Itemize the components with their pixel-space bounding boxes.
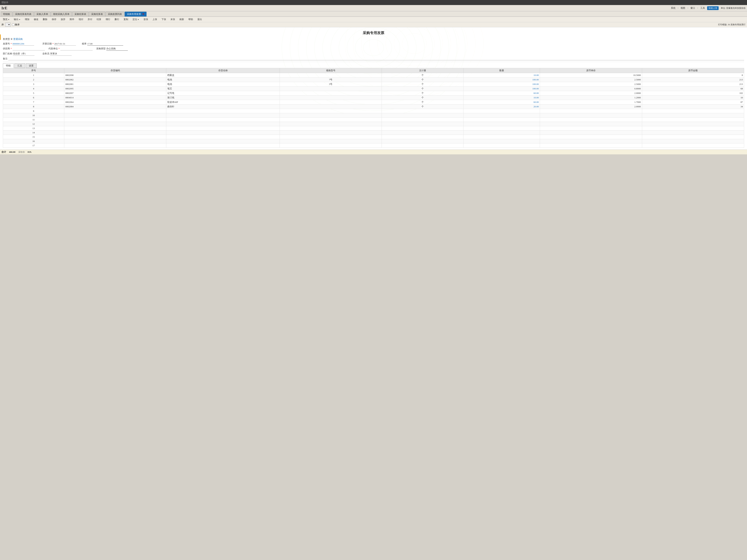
cell-name: 软皮本60P <box>166 100 280 104</box>
del-row-button[interactable]: 删行 <box>113 18 121 21</box>
help-button[interactable]: 帮助 <box>187 18 195 21</box>
cell-name: 曲别针 <box>166 104 280 109</box>
cell-code <box>64 135 166 139</box>
cell-code: 0802097 <box>64 91 166 96</box>
table-row[interactable]: 4 0802095 笔芯 个 100.00 0.8000 68 <box>3 86 744 91</box>
menu-system[interactable]: 系统 <box>671 6 675 10</box>
cell-spec <box>280 86 382 91</box>
prev-button[interactable]: 上张 <box>151 18 159 21</box>
table-row[interactable]: 7 0802064 软皮本60P 个 60.00 1.7000 87 <box>3 100 744 104</box>
edit-button[interactable]: 修改 <box>32 18 40 21</box>
table-row[interactable]: 12 <box>3 122 744 126</box>
purchase-type-value: 办公采购 <box>106 47 128 51</box>
purchase-type-group: 采购类型 办公采购 <box>96 47 132 51</box>
invoice-date-required: * <box>52 42 54 45</box>
cell-name <box>166 143 280 148</box>
table-row[interactable]: 16 <box>3 139 744 143</box>
preview-button[interactable]: 预览 <box>1 18 11 21</box>
table-row[interactable]: 11 <box>3 117 744 122</box>
cell-price <box>540 126 642 131</box>
table-row[interactable]: 17 <box>3 143 744 148</box>
table-row[interactable]: 13 <box>3 126 744 131</box>
dept-value: 综合部（停） <box>13 52 34 56</box>
sort-label: 序 <box>1 23 4 26</box>
summary-label: 合计 <box>1 151 6 154</box>
unpay-button[interactable]: 弃付 <box>86 18 94 21</box>
menu-view[interactable]: 视图 <box>680 6 685 10</box>
cell-qty: 10.00 <box>463 73 540 78</box>
remark-value[interactable] <box>8 57 744 60</box>
exit-button[interactable]: 退出 <box>196 18 203 21</box>
tax-rate-value: 17.00 <box>87 42 123 46</box>
table-row[interactable]: 3 0802081 电池 5号 个 100.00 2.5000 213 <box>3 82 744 86</box>
cell-amount: 87 <box>642 100 744 104</box>
tab-summary[interactable]: 汇总 <box>15 63 25 68</box>
cell-code <box>64 131 166 135</box>
tab-invoice-list[interactable]: 采购发票列表 <box>106 12 124 17</box>
top-right-menu: 系统 ▪ 视图 ▪ 窗口 ▪ 工具 拓链上传 单位: 音爆激光科技股份份 <box>671 6 746 10</box>
table-row[interactable]: 5 0802097 记号笔 个 60.00 2.0000 102 <box>3 91 744 96</box>
tab-special-invoice[interactable]: 采购专用发票 ✕ <box>125 12 147 17</box>
cell-no: 3 <box>3 82 64 86</box>
table-row[interactable]: 10 <box>3 113 744 117</box>
save-button[interactable]: 保存 <box>50 18 58 21</box>
agent-unit-group: 代垫单位 * <box>49 47 93 50</box>
settle-button[interactable]: 结算 <box>95 18 103 21</box>
cell-unit <box>382 143 463 148</box>
tab-purchase-settlement[interactable]: 采购结算表 <box>72 12 88 17</box>
table-row[interactable]: 15 <box>3 135 744 139</box>
last-button[interactable]: 末张 <box>169 18 177 21</box>
title-bar: 理软件 <box>0 0 747 5</box>
salesman-label: 业务员 <box>42 52 49 55</box>
tab-purchase-settlement2[interactable]: 采购结算表 <box>89 12 105 17</box>
cell-amount <box>642 131 744 135</box>
supplier-value[interactable] <box>12 47 45 50</box>
table-row[interactable]: 1 0802098 档案盒 个 10.00 10.5000 8 <box>3 73 744 78</box>
cell-code <box>64 109 166 113</box>
table-row[interactable]: 9 <box>3 109 744 113</box>
menu-tools[interactable]: 工具 <box>700 6 705 10</box>
tab-purchase-receipt[interactable]: 采购入库单 <box>34 12 50 17</box>
table-row[interactable]: 2 0802082 电池 7号 个 100.00 2.5000 213 <box>3 78 744 82</box>
locate-button[interactable]: 定位 <box>131 18 140 21</box>
descend-label[interactable]: 降序 <box>12 23 20 26</box>
refresh-button[interactable]: 刷新 <box>178 18 185 21</box>
table-row[interactable]: 14 <box>3 131 744 135</box>
cell-name: 档案盒 <box>166 73 280 78</box>
sort-select[interactable] <box>5 23 10 27</box>
pay-button[interactable]: 现付 <box>77 18 85 21</box>
cell-no: 14 <box>3 131 64 135</box>
menu-window[interactable]: 窗口 <box>691 6 695 10</box>
tab-close-icon[interactable]: ✕ <box>142 13 144 16</box>
first-button[interactable]: 首张 <box>142 18 150 21</box>
cell-code: 0804014 <box>64 96 166 100</box>
upload-button[interactable]: 拓链上传 <box>707 6 719 10</box>
main-content: 采购专用发票 务类型 ※ 普通采购 发票号 * 0000001294 开票日期 … <box>0 27 747 150</box>
add-button[interactable]: 增加 <box>23 18 31 21</box>
tab-settings[interactable]: 设置 <box>26 63 36 68</box>
cell-code <box>64 113 166 117</box>
tab-purchase-settlement-list[interactable]: 采购结算表列表 <box>13 12 34 17</box>
table-row[interactable]: 6 0804014 装订线 个 10.00 1.2000 10 <box>3 96 744 100</box>
tab-ledger[interactable]: 明细账 <box>1 12 12 17</box>
unit-info: 单位: 音爆激光科技股份份 <box>721 7 746 10</box>
descend-checkbox[interactable] <box>12 24 15 26</box>
next-button[interactable]: 下张 <box>160 18 168 21</box>
cell-name: 电池 <box>166 82 280 86</box>
discard-button[interactable]: 放弃 <box>59 18 67 21</box>
table-row[interactable]: 8 0802084 曲别针 个 20.00 2.0000 34 <box>3 104 744 109</box>
tab-initial-purchase[interactable]: 期初采购入库单 <box>51 12 72 17</box>
cell-code: 0802064 <box>64 100 166 104</box>
attachment-button[interactable]: 附件 <box>68 18 76 21</box>
tab-detail[interactable]: 明细 <box>3 63 14 68</box>
agent-unit-value[interactable] <box>60 47 93 50</box>
invoice-no-label: 发票号 <box>3 42 10 46</box>
business-type-label: 务类型 <box>3 37 10 41</box>
cell-no: 16 <box>3 139 64 143</box>
copy-button[interactable]: 复制 <box>122 18 130 21</box>
col-price: 原币单价 <box>540 68 642 73</box>
delete-button[interactable]: 删除 <box>41 18 49 21</box>
export-button[interactable]: 输出 <box>12 18 22 21</box>
add-row-button[interactable]: 增行 <box>104 18 112 21</box>
cell-unit <box>382 126 463 131</box>
